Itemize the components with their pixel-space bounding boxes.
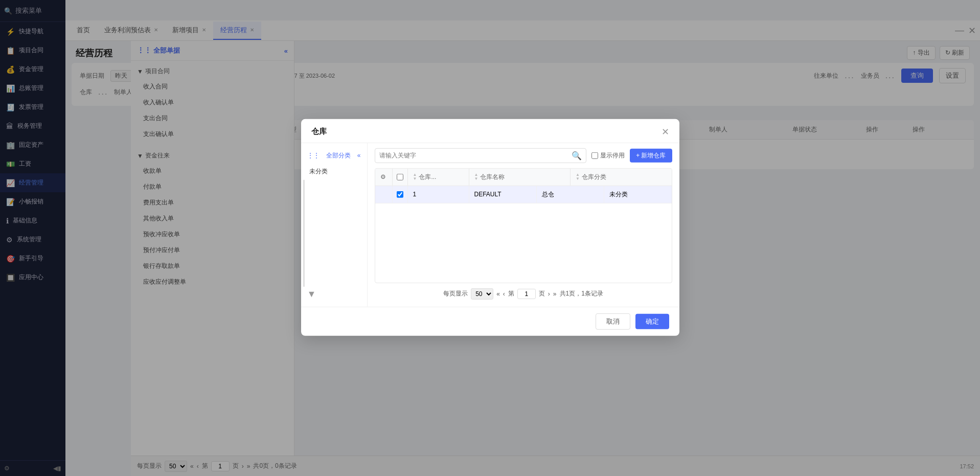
uncategorized-item[interactable]: 未分类 xyxy=(301,163,367,179)
dialog-toolbar: 🔍 显示停用 + 新增仓库 xyxy=(375,148,672,163)
left-collapse-icon[interactable]: « xyxy=(357,152,361,159)
dialog-total-info: 共1页，1条记录 xyxy=(560,289,603,298)
dialog-page-input[interactable] xyxy=(517,288,536,299)
th-warehouse-name[interactable]: ▲▼ 仓库名称 xyxy=(469,168,571,185)
dialog-select-all[interactable] xyxy=(397,173,403,180)
all-categories-label: 全部分类 xyxy=(326,151,351,160)
dialog-title: 仓库 xyxy=(311,127,327,137)
show-disabled-checkbox[interactable] xyxy=(591,152,598,158)
dialog-left-panel: ⋮⋮ 全部分类 « 未分类 ▼ xyxy=(301,143,368,306)
show-disabled-option[interactable]: 显示停用 xyxy=(591,151,625,160)
row-name-0: 总仓 xyxy=(537,186,604,202)
th-warehouse-code[interactable]: ▲▼ 仓库... xyxy=(408,168,469,185)
dialog-table-row-0[interactable]: 1 DEFAULT 总仓 未分类 xyxy=(375,186,672,203)
dialog-all-categories[interactable]: ⋮⋮ 全部分类 « xyxy=(301,148,367,163)
row-settings-0 xyxy=(375,186,393,202)
dialog-table-header: ⚙ ▲▼ 仓库... ▲▼ 仓库名称 ▲▼ 仓库分类 xyxy=(375,168,672,186)
left-panel-scroll[interactable]: ▼ xyxy=(301,286,367,301)
dialog-right-panel: 🔍 显示停用 + 新增仓库 ⚙ ▲▼ 仓库... xyxy=(368,143,679,306)
dialog-per-page-label: 每页显示 xyxy=(443,289,468,298)
th-warehouse-category[interactable]: ▲▼ 仓库分类 xyxy=(571,168,672,185)
dialog-body: ⋮⋮ 全部分类 « 未分类 ▼ 🔍 显示停用 + 新增仓库 xyxy=(301,143,679,306)
search-input[interactable] xyxy=(379,152,569,159)
th-select-all xyxy=(393,168,408,185)
dialog-close-button[interactable]: ✕ xyxy=(662,126,669,137)
row-check-0[interactable] xyxy=(397,191,403,197)
dialog-per-page-select[interactable]: 50 xyxy=(471,288,493,299)
dialog-footer: 取消 确定 xyxy=(301,306,679,335)
dialog-last-page[interactable]: » xyxy=(553,290,557,297)
dialog-first-page[interactable]: « xyxy=(496,290,500,297)
dialog-page-label: 第 xyxy=(508,289,514,298)
th-settings-icon: ⚙ xyxy=(375,168,393,185)
add-warehouse-button[interactable]: + 新增仓库 xyxy=(630,148,672,162)
show-disabled-label: 显示停用 xyxy=(600,151,625,160)
row-category-0: 未分类 xyxy=(604,186,671,202)
all-categories-icon: ⋮⋮ xyxy=(307,152,320,159)
row-checkbox-0[interactable] xyxy=(393,186,408,202)
dialog-table-rows: 1 DEFAULT 总仓 未分类 xyxy=(375,186,672,203)
dialog-table: ⚙ ▲▼ 仓库... ▲▼ 仓库名称 ▲▼ 仓库分类 xyxy=(375,168,672,283)
dialog-pagination: 每页显示 50 « ‹ 第 页 › » 共1页，1条记录 xyxy=(375,283,672,301)
dialog-next-page[interactable]: › xyxy=(548,290,550,297)
cancel-button[interactable]: 取消 xyxy=(596,313,630,329)
search-icon: 🔍 xyxy=(572,150,582,160)
search-box[interactable]: 🔍 xyxy=(375,148,587,163)
dialog-page-suffix: 页 xyxy=(539,289,545,298)
row-code-0: DEFAULT xyxy=(469,186,537,202)
row-id-0: 1 xyxy=(408,186,469,202)
warehouse-dialog: 仓库 ✕ ⋮⋮ 全部分类 « 未分类 ▼ 🔍 显示停用 xyxy=(301,119,679,335)
confirm-button[interactable]: 确定 xyxy=(635,313,669,329)
dialog-prev-page[interactable]: ‹ xyxy=(503,290,505,297)
dialog-header: 仓库 ✕ xyxy=(301,119,679,143)
